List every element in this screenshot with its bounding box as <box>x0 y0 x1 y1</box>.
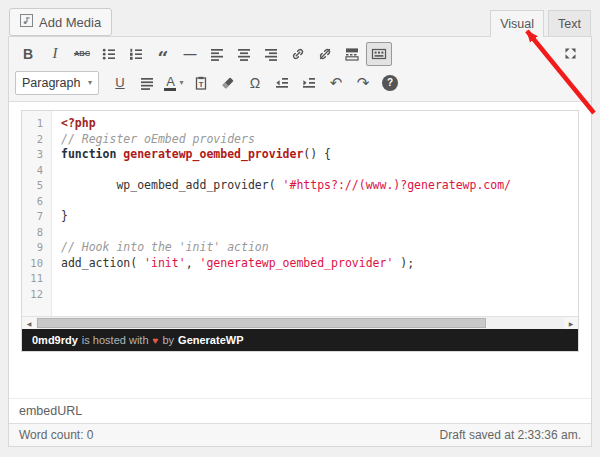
scroll-left-arrow[interactable]: ◀ <box>22 317 36 329</box>
insert-link-button[interactable] <box>285 42 311 66</box>
add-media-button[interactable]: Add Media <box>9 8 112 36</box>
numbered-list-button[interactable] <box>123 42 149 66</box>
horizontal-rule-button[interactable]: — <box>177 42 203 66</box>
toolbar-toggle-icon <box>371 46 387 62</box>
tab-visual[interactable]: Visual <box>490 10 544 37</box>
link-icon <box>290 46 306 62</box>
element-path-label: embedURL <box>19 404 82 418</box>
help-button[interactable]: ? <box>377 71 403 95</box>
editor-toolbar: B I ABC “ — <box>9 37 591 102</box>
code-line: 5 wp_oembed_add_provider( '#https?://(ww… <box>22 178 578 194</box>
snippet-footer-by: by <box>162 334 174 346</box>
numbered-list-icon <box>128 46 144 62</box>
code-line: 11 <box>22 271 578 287</box>
heart-icon: ♥ <box>153 335 159 346</box>
code-line: 12 <box>22 287 578 303</box>
bulleted-list-button[interactable] <box>96 42 122 66</box>
add-media-label: Add Media <box>39 15 101 30</box>
code-line: 9// Hook into the 'init' action <box>22 240 578 256</box>
editor-panel: B I ABC “ — <box>8 36 592 447</box>
toolbar-toggle-button[interactable] <box>366 42 392 66</box>
blockquote-button[interactable]: “ <box>150 42 176 66</box>
indent-button[interactable] <box>296 71 322 95</box>
help-icon: ? <box>382 75 398 91</box>
clipboard-icon: T <box>193 75 209 91</box>
toolbar-row-2: Paragraph ▾ U A ▾ T <box>15 68 585 97</box>
wordpress-editor-screen: Add Media Visual Text B I ABC “ — <box>0 0 600 457</box>
clear-formatting-button[interactable] <box>215 71 241 95</box>
align-center-icon <box>236 46 252 62</box>
code-line: 4 <box>22 163 578 179</box>
bulleted-list-icon <box>101 46 117 62</box>
read-more-button[interactable] <box>339 42 365 66</box>
snippet-footer-text: is hosted with <box>82 334 149 346</box>
media-icon <box>20 14 33 30</box>
text-color-button[interactable]: A ▾ <box>161 71 187 95</box>
redo-button[interactable]: ↷ <box>350 71 376 95</box>
special-character-button[interactable]: Ω <box>242 71 268 95</box>
code-line: 10add_action( 'init', 'generatewp_oembed… <box>22 256 578 272</box>
editor-content-area[interactable]: 1<?php2// Register oEmbed providers3func… <box>9 102 591 398</box>
code-lines: 1<?php2// Register oEmbed providers3func… <box>22 111 578 316</box>
editor-mode-tabs: Visual Text <box>490 10 591 36</box>
align-right-button[interactable] <box>258 42 284 66</box>
snippet-footer-bar: 0md9rdy is hosted with ♥ by GenerateWP <box>22 329 578 351</box>
chevron-down-icon: ▾ <box>88 78 92 87</box>
bold-button[interactable]: B <box>15 42 41 66</box>
align-center-button[interactable] <box>231 42 257 66</box>
embedded-code-snippet: 1<?php2// Register oEmbed providers3func… <box>21 110 579 352</box>
underline-button[interactable]: U <box>107 71 133 95</box>
paste-as-text-button[interactable]: T <box>188 71 214 95</box>
scrollbar-thumb[interactable] <box>37 318 486 328</box>
remove-link-button[interactable] <box>312 42 338 66</box>
align-left-button[interactable] <box>204 42 230 66</box>
strikethrough-button[interactable]: ABC <box>69 42 95 66</box>
scrollbar-track[interactable] <box>36 317 564 329</box>
unlink-icon <box>317 46 333 62</box>
outdent-button[interactable] <box>269 71 295 95</box>
code-line: 6 <box>22 194 578 210</box>
svg-text:T: T <box>199 80 204 89</box>
paragraph-select[interactable]: Paragraph ▾ <box>15 71 99 95</box>
toolbar-row-1: B I ABC “ — <box>15 39 585 68</box>
chevron-down-icon: ▾ <box>179 78 183 87</box>
code-line: 1<?php <box>22 116 578 132</box>
outdent-icon <box>274 75 290 91</box>
code-line: 7} <box>22 209 578 225</box>
code-line: 8 <box>22 225 578 241</box>
undo-button[interactable]: ↶ <box>323 71 349 95</box>
generatewp-brand-link[interactable]: GenerateWP <box>178 334 243 346</box>
editor-status-bar: Word count: 0 Draft saved at 2:33:36 am. <box>9 423 591 446</box>
justify-icon <box>139 75 155 91</box>
read-more-icon <box>344 46 360 62</box>
eraser-icon <box>220 75 236 91</box>
scroll-right-arrow[interactable]: ▶ <box>564 317 578 329</box>
text-color-icon: A <box>164 74 176 91</box>
distraction-free-button[interactable] <box>557 42 583 66</box>
word-count-label: Word count: 0 <box>19 428 93 442</box>
code-line: 2// Register oEmbed providers <box>22 132 578 148</box>
expand-icon <box>563 46 578 61</box>
paragraph-select-value: Paragraph <box>22 76 80 90</box>
code-line: 3function generatewp_oembed_provider() { <box>22 147 578 163</box>
align-left-icon <box>209 46 225 62</box>
align-right-icon <box>263 46 279 62</box>
snippet-name-link[interactable]: 0md9rdy <box>32 334 78 346</box>
code-horizontal-scrollbar: ◀ ▶ <box>22 316 578 329</box>
tab-text[interactable]: Text <box>548 10 591 36</box>
indent-icon <box>301 75 317 91</box>
draft-saved-label: Draft saved at 2:33:36 am. <box>440 428 581 442</box>
justify-button[interactable] <box>134 71 160 95</box>
element-path-bar: embedURL <box>9 398 591 423</box>
italic-button[interactable]: I <box>42 42 68 66</box>
